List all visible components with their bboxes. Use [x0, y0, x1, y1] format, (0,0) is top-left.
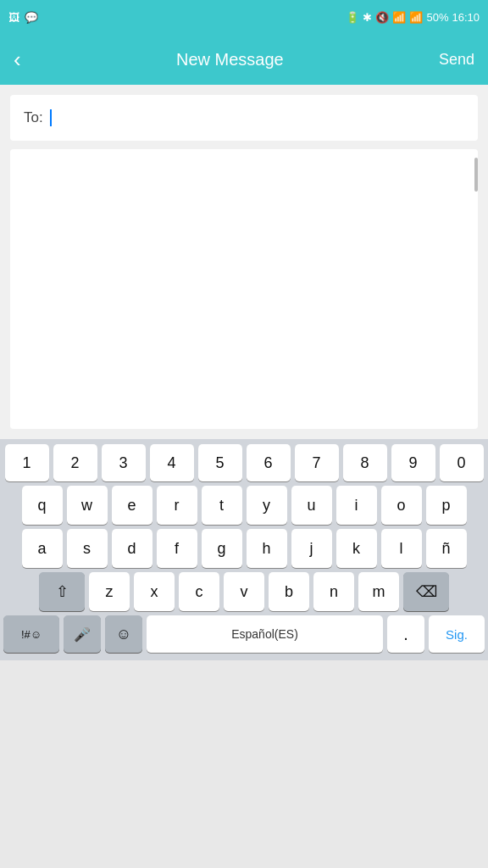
back-button[interactable]: ‹: [14, 48, 21, 70]
wifi-icon: 📶: [392, 11, 406, 24]
to-field[interactable]: To:: [10, 95, 478, 141]
status-left-icons: 🖼 💬: [8, 11, 38, 24]
key-k[interactable]: k: [336, 529, 377, 568]
backspace-key[interactable]: ⌫: [403, 572, 449, 611]
key-f[interactable]: f: [157, 529, 197, 568]
key-m[interactable]: m: [358, 572, 399, 611]
key-4[interactable]: 4: [150, 444, 194, 481]
symbols-key[interactable]: !#☺: [3, 615, 59, 653]
key-a[interactable]: a: [22, 529, 63, 568]
key-5[interactable]: 5: [198, 444, 242, 481]
whatsapp-icon: 💬: [25, 11, 38, 24]
key-c[interactable]: c: [179, 572, 219, 611]
asdf-row: a s d f g h j k l ñ: [3, 529, 485, 568]
key-b[interactable]: b: [269, 572, 309, 611]
key-l[interactable]: l: [381, 529, 422, 568]
key-q[interactable]: q: [22, 486, 63, 525]
key-w[interactable]: w: [67, 486, 108, 525]
page-title: New Message: [176, 50, 284, 70]
key-u[interactable]: u: [291, 486, 332, 525]
emoji-key[interactable]: ☺: [105, 615, 142, 653]
period-key[interactable]: .: [387, 615, 424, 653]
qwerty-row: q w e r t y u i o p: [3, 486, 485, 525]
space-key[interactable]: Español(ES): [147, 615, 383, 653]
nav-bar: ‹ New Message Send: [0, 34, 488, 85]
time: 16:10: [452, 11, 480, 24]
key-v[interactable]: v: [224, 572, 264, 611]
text-cursor: [50, 109, 52, 126]
status-bar: 🖼 💬 🔋 ✱ 🔇 📶 📶 50% 16:10: [0, 0, 488, 34]
image-icon: 🖼: [8, 11, 19, 24]
mute-icon: 🔇: [375, 11, 389, 24]
key-o[interactable]: o: [381, 486, 422, 525]
key-g[interactable]: g: [202, 529, 242, 568]
key-8[interactable]: 8: [343, 444, 387, 481]
battery-icon: 🔋: [346, 11, 359, 24]
key-t[interactable]: t: [202, 486, 242, 525]
key-2[interactable]: 2: [53, 444, 97, 481]
key-y[interactable]: y: [247, 486, 287, 525]
key-0[interactable]: 0: [440, 444, 484, 481]
key-n-tilde[interactable]: ñ: [426, 529, 467, 568]
signal-icon: 📶: [409, 11, 423, 24]
key-1[interactable]: 1: [5, 444, 49, 481]
send-button[interactable]: Send: [439, 51, 474, 69]
shift-key[interactable]: ⇧: [39, 572, 85, 611]
key-6[interactable]: 6: [247, 444, 291, 481]
bottom-row: !#☺ 🎤 ☺ Español(ES) . Sig.: [3, 615, 485, 653]
key-x[interactable]: x: [134, 572, 175, 611]
to-label: To:: [24, 109, 43, 126]
key-r[interactable]: r: [157, 486, 197, 525]
key-i[interactable]: i: [336, 486, 377, 525]
zxcv-row: ⇧ z x c v b n m ⌫: [3, 572, 485, 611]
key-9[interactable]: 9: [391, 444, 435, 481]
scroll-indicator: [474, 158, 478, 192]
message-body-wrapper: [10, 149, 478, 429]
key-3[interactable]: 3: [102, 444, 146, 481]
key-d[interactable]: d: [112, 529, 152, 568]
key-n[interactable]: n: [313, 572, 354, 611]
key-j[interactable]: j: [291, 529, 332, 568]
battery-percent: 50%: [426, 11, 448, 24]
mic-key[interactable]: 🎤: [64, 615, 101, 653]
key-z[interactable]: z: [89, 572, 130, 611]
status-right-info: 🔋 ✱ 🔇 📶 📶 50% 16:10: [346, 11, 480, 24]
message-body[interactable]: [10, 149, 478, 429]
keyboard: 1 2 3 4 5 6 7 8 9 0 q w e r t y u i o p …: [0, 439, 488, 660]
key-e[interactable]: e: [112, 486, 152, 525]
key-s[interactable]: s: [67, 529, 108, 568]
compose-area: To:: [0, 85, 488, 439]
key-p[interactable]: p: [426, 486, 467, 525]
bluetooth-icon: ✱: [363, 11, 372, 24]
key-h[interactable]: h: [247, 529, 287, 568]
number-row: 1 2 3 4 5 6 7 8 9 0: [3, 444, 485, 481]
key-7[interactable]: 7: [295, 444, 339, 481]
next-key[interactable]: Sig.: [429, 615, 485, 653]
